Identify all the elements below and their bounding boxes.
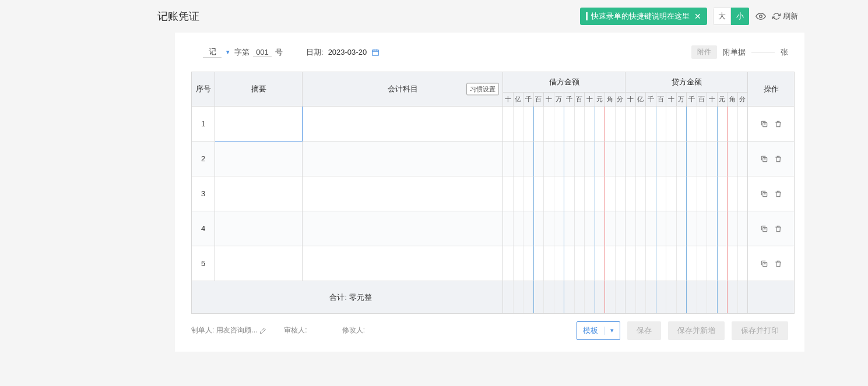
- credit-cell[interactable]: [625, 176, 748, 211]
- credit-cell[interactable]: [625, 246, 748, 281]
- voucher-no-input[interactable]: 001: [253, 48, 272, 57]
- delete-icon[interactable]: [774, 155, 782, 163]
- edit-icon[interactable]: [259, 327, 266, 334]
- debit-cell[interactable]: [503, 141, 625, 176]
- debit-cell[interactable]: [503, 211, 625, 246]
- credit-cell[interactable]: [625, 141, 748, 176]
- summary-cell[interactable]: [215, 211, 303, 246]
- copy-icon[interactable]: [760, 260, 768, 268]
- table-row: 2: [192, 141, 795, 176]
- debit-cell[interactable]: [503, 176, 625, 211]
- save-print-button[interactable]: 保存并打印: [732, 321, 788, 340]
- attach-button[interactable]: 附件: [691, 45, 717, 59]
- chevron-down-icon: ▾: [610, 327, 614, 334]
- tip-text: 快速录单的快捷键说明在这里: [591, 11, 690, 22]
- voucher-table: 序号 摘要 会计科目 习惯设置 借方金额 贷方金额 操作 十亿千百十万千百十元角…: [191, 72, 795, 314]
- digit-header: 角: [605, 93, 616, 107]
- table-row: 1: [192, 107, 795, 141]
- date-label: 日期:: [306, 47, 324, 58]
- debit-cell[interactable]: [503, 246, 625, 281]
- subject-cell[interactable]: [303, 107, 503, 141]
- maker-label: 制单人:: [191, 325, 214, 335]
- digit-header: 十: [707, 93, 718, 107]
- size-small-button[interactable]: 小: [731, 8, 749, 25]
- attach-doc-label: 附单据: [723, 47, 746, 58]
- delete-icon[interactable]: [774, 260, 782, 268]
- copy-icon[interactable]: [760, 225, 768, 233]
- copy-icon[interactable]: [760, 120, 768, 128]
- digit-header: 万: [554, 93, 564, 107]
- debit-cell[interactable]: [503, 107, 625, 141]
- th-credit: 贷方金额: [625, 72, 748, 93]
- total-debit: [503, 281, 625, 314]
- close-icon[interactable]: ✕: [694, 12, 701, 21]
- table-row: 3: [192, 176, 795, 211]
- delete-icon[interactable]: [774, 190, 782, 198]
- digit-header: 分: [737, 93, 748, 107]
- summary-input[interactable]: [215, 246, 302, 281]
- row-index: 5: [192, 246, 215, 281]
- summary-input[interactable]: [215, 211, 302, 246]
- delete-icon[interactable]: [774, 225, 782, 233]
- digit-header: 十: [503, 93, 514, 107]
- action-cell: [748, 107, 795, 141]
- subject-cell[interactable]: [303, 211, 503, 246]
- sheet-suffix: 张: [781, 47, 788, 58]
- digit-header: 亿: [635, 93, 646, 107]
- credit-cell[interactable]: [625, 211, 748, 246]
- subject-cell[interactable]: [303, 141, 503, 176]
- digit-header: 千: [646, 93, 656, 107]
- th-summary: 摘要: [215, 72, 303, 107]
- topbar: 记账凭证 快速录单的快捷键说明在这里 ✕ 大 小 刷新: [23, 0, 845, 33]
- voucher-type-select[interactable]: 记: [203, 47, 222, 58]
- tip-banner: 快速录单的快捷键说明在这里 ✕: [580, 8, 707, 25]
- digit-header: 千: [687, 93, 697, 107]
- no-suffix: 号: [275, 47, 283, 58]
- digit-header: 角: [728, 93, 738, 107]
- action-cell: [748, 176, 795, 211]
- digit-header: 元: [717, 93, 728, 107]
- summary-input[interactable]: [215, 141, 302, 176]
- modifier-label: 修改人:: [342, 326, 365, 334]
- action-cell: [748, 211, 795, 246]
- habit-settings-button[interactable]: 习惯设置: [466, 83, 499, 95]
- refresh-button[interactable]: 刷新: [772, 11, 798, 22]
- copy-icon[interactable]: [760, 155, 768, 163]
- save-new-button[interactable]: 保存并新增: [668, 321, 725, 340]
- delete-icon[interactable]: [774, 120, 782, 128]
- size-toggle: 大 小: [713, 8, 749, 25]
- chevron-down-icon[interactable]: ▾: [226, 48, 230, 56]
- summary-cell[interactable]: [215, 176, 303, 211]
- digit-header: 百: [656, 93, 666, 107]
- summary-input[interactable]: [215, 176, 302, 211]
- th-debit: 借方金额: [503, 72, 625, 93]
- digit-header: 十: [544, 93, 554, 107]
- attach-count-input[interactable]: [751, 52, 775, 52]
- row-index: 1: [192, 107, 215, 141]
- total-label: 合计: 零元整: [192, 281, 503, 314]
- calendar-icon[interactable]: [371, 48, 379, 56]
- digit-header: 万: [676, 93, 687, 107]
- subject-cell[interactable]: [303, 176, 503, 211]
- summary-cell[interactable]: [215, 246, 303, 281]
- size-large-button[interactable]: 大: [713, 8, 731, 25]
- summary-cell[interactable]: [215, 107, 303, 141]
- template-button[interactable]: 模板 ▾: [577, 321, 620, 340]
- row-index: 3: [192, 176, 215, 211]
- date-value[interactable]: 2023-03-20: [328, 48, 367, 56]
- meta-row: 记 ▾ 字第 001 号 日期: 2023-03-20 附件 附单据 张: [191, 47, 788, 58]
- subject-cell[interactable]: [303, 246, 503, 281]
- credit-cell[interactable]: [625, 107, 748, 141]
- voucher-card: 记 ▾ 字第 001 号 日期: 2023-03-20 附件 附单据 张: [175, 33, 804, 352]
- digit-header: 百: [574, 93, 585, 107]
- word-label: 字第: [234, 47, 249, 58]
- th-index: 序号: [192, 72, 215, 107]
- summary-cell[interactable]: [215, 141, 303, 176]
- row-index: 2: [192, 141, 215, 176]
- eye-icon[interactable]: [755, 10, 767, 22]
- total-credit: [625, 281, 748, 314]
- digit-header: 十: [666, 93, 677, 107]
- copy-icon[interactable]: [760, 190, 768, 198]
- summary-input[interactable]: [215, 107, 302, 141]
- save-button[interactable]: 保存: [627, 321, 661, 340]
